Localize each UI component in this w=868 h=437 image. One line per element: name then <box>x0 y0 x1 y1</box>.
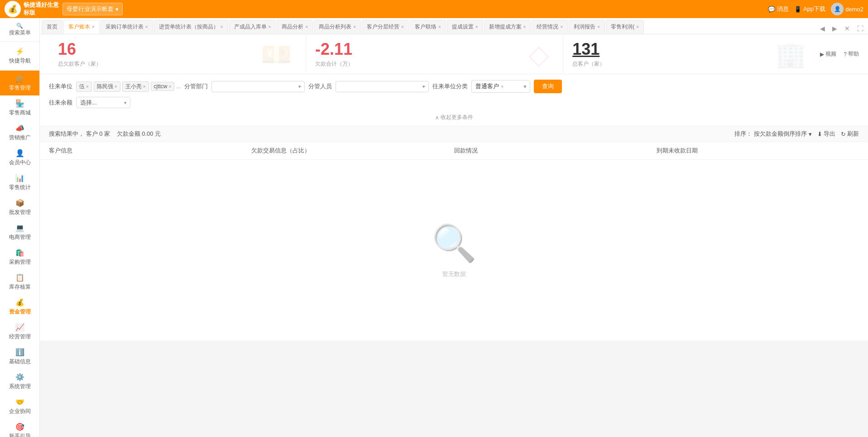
tab-product-analysis-list[interactable]: 商品分析列表 × <box>314 20 361 34</box>
category-chevron-icon: ▾ <box>523 84 526 90</box>
basic-info-icon: ℹ️ <box>15 348 24 356</box>
tab-close-promotion-settings[interactable]: × <box>475 24 478 29</box>
sidebar-item-member-center[interactable]: 👤 会员中心 <box>0 145 39 170</box>
sidebar-item-marketing[interactable]: 📣 营销推广 <box>0 120 39 145</box>
filter-tag-close-wu[interactable]: × <box>86 84 89 89</box>
tab-profit-report[interactable]: 利润报告 × <box>569 20 605 34</box>
tab-product-entry[interactable]: 产成品入库单 × <box>229 20 276 34</box>
staff-more-btn[interactable]: ··· <box>422 83 426 90</box>
tab-close-operations[interactable]: × <box>560 24 563 29</box>
empty-text: 暂无数据 <box>442 270 466 278</box>
app-download-btn[interactable]: 📱 App下载 <box>794 5 825 13</box>
stats-bar-right: ▶ 视频 ? 帮助 <box>820 50 859 58</box>
chevron-up-icon: ∧ <box>435 114 439 121</box>
sidebar-item-operations-mgmt[interactable]: 📈 经营管理 <box>0 319 39 344</box>
tab-close-product-analysis-list[interactable]: × <box>353 24 356 29</box>
logo-text: 畅捷通好生意 标版 <box>24 1 59 17</box>
filter-unit-category-wrap: 普通客户 × ▾ <box>471 80 530 93</box>
quick-nav-icon: ⚡ <box>15 47 24 56</box>
tab-home[interactable]: 首页 <box>42 20 62 34</box>
filter-dept-input[interactable] <box>211 81 305 92</box>
tab-customer-segment[interactable]: 客户分层经营 × <box>362 20 409 34</box>
tab-customer-accounts[interactable]: 客户账本 × <box>63 20 100 34</box>
tab-customer-contact[interactable]: 客户联络 × <box>410 20 446 34</box>
sidebar-item-retail-mall[interactable]: 🏪 零售商城 <box>0 95 39 120</box>
tab-retail-profit[interactable]: 零售利润( × <box>606 20 644 34</box>
sidebar-item-enterprise-coop[interactable]: 🤝 企业协同 <box>0 394 39 419</box>
sidebar-item-wholesale-mgmt[interactable]: 📦 批发管理 <box>0 195 39 220</box>
tab-close-all-btn[interactable]: ✕ <box>842 23 853 34</box>
query-button[interactable]: 查询 <box>534 80 562 93</box>
video-link[interactable]: ▶ 视频 <box>820 50 836 58</box>
stat-value-total-clients: 131 <box>572 40 599 58</box>
export-btn[interactable]: ⬇ 导出 <box>817 130 835 138</box>
top-bar-left: 💰 畅捷通好生意 标版 母婴行业演示帐套 ▾ <box>5 1 123 17</box>
tab-close-retail-profit[interactable]: × <box>636 24 639 29</box>
tab-close-purchase-order-stats[interactable]: × <box>145 24 148 29</box>
tab-close-product-analysis[interactable]: × <box>305 24 308 29</box>
enterprise-coop-icon: 🤝 <box>15 398 24 406</box>
sidebar-item-retail-stats[interactable]: 📊 零售统计 <box>0 170 39 195</box>
stat-label-total-clients: 总客户（家） <box>572 60 605 68</box>
tab-operations[interactable]: 经营情况 × <box>532 20 568 34</box>
table-header: 客户信息 欠款交易信息（占比） 回款情况 到期未收款日期 <box>40 142 868 160</box>
tab-product-analysis[interactable]: 商品分析 × <box>277 20 313 34</box>
tab-close-profit-report[interactable]: × <box>597 24 600 29</box>
filter-tag-close-wang[interactable]: × <box>143 84 146 89</box>
sidebar-item-system-mgmt[interactable]: ⚙️ 系统管理 <box>0 369 39 394</box>
workspace-selector[interactable]: 母婴行业演示帐套 ▾ <box>62 3 123 15</box>
sidebar-item-new-guide[interactable]: 🎯 新手引导 <box>0 419 39 437</box>
refresh-btn[interactable]: ↻ 刷新 <box>841 130 859 138</box>
help-link[interactable]: ? 帮助 <box>844 50 859 58</box>
tab-bar: 首页 客户账本 × 采购订单统计表 × 进货单统计表（按商品） × 产成品入库单… <box>40 18 868 34</box>
table-col-overdue-date: 到期未收款日期 <box>657 147 859 155</box>
tab-next-btn[interactable]: ▶ <box>830 23 840 34</box>
tab-incoming-stats[interactable]: 进货单统计表（按商品） × <box>154 20 228 34</box>
dept-more-btn[interactable]: ··· <box>297 83 302 90</box>
sidebar-item-quick-nav[interactable]: ⚡ 快捷导航 <box>0 43 39 68</box>
sidebar-item-inventory[interactable]: 📋 库存核算 <box>0 270 39 294</box>
filter-tag-close-cjttcw[interactable]: × <box>169 84 172 89</box>
stat-value-total-debt: -2.11 <box>315 40 352 58</box>
sidebar-item-finance-mgmt[interactable]: 💰 资金管理 <box>0 294 39 319</box>
tab-close-product-entry[interactable]: × <box>269 24 271 29</box>
message-btn[interactable]: 💬 消息 <box>768 5 789 13</box>
sidebar-item-ecommerce[interactable]: 💻 电商管理 <box>0 220 39 245</box>
table-wrap: 客户信息 欠款交易信息（占比） 回款情况 到期未收款日期 🔍 暂无数据 <box>40 142 868 341</box>
tab-close-customer-contact[interactable]: × <box>438 24 441 29</box>
tab-close-new-promotion-plan[interactable]: × <box>523 24 526 29</box>
sidebar-item-basic-info[interactable]: ℹ️ 基础信息 <box>0 344 39 369</box>
app-wrapper: 💰 畅捷通好生意 标版 母婴行业演示帐套 ▾ 💬 消息 📱 App下载 � <box>0 0 868 437</box>
filter-tag-close-category[interactable]: × <box>501 84 504 89</box>
filter-remain-select[interactable]: 选择... <box>76 97 130 108</box>
filter-tag-close-chen[interactable]: × <box>115 84 117 89</box>
content-area: 首页 客户账本 × 采购订单统计表 × 进货单统计表（按商品） × 产成品入库单… <box>40 18 868 437</box>
wholesale-icon: 📦 <box>15 199 24 207</box>
user-avatar-btn[interactable]: 👤 demo2 <box>831 3 863 15</box>
tab-fullscreen-btn[interactable]: ⛶ <box>854 23 866 34</box>
tab-close-customer-accounts[interactable]: × <box>92 24 95 29</box>
filter-staff-input[interactable] <box>336 81 429 92</box>
filter-unit-tags: 伍 × 陈民强 × 王小亮 × <box>76 81 181 92</box>
tab-new-promotion-plan[interactable]: 新增提成方案 × <box>484 20 531 34</box>
filter-remain-select-wrap: 选择... <box>76 97 130 108</box>
filter-unit-category-display[interactable]: 普通客户 × ▾ <box>471 80 530 93</box>
tab-prev-btn[interactable]: ◀ <box>817 23 828 34</box>
filter-unit-label: 往来单位 <box>49 82 72 90</box>
filter-staff-select-wrap: ··· <box>336 81 429 92</box>
tab-close-customer-segment[interactable]: × <box>401 24 404 29</box>
system-icon: ⚙️ <box>15 373 24 381</box>
tab-close-incoming-stats[interactable]: × <box>221 24 223 29</box>
sidebar-search[interactable]: 🔍 搜索菜单 <box>0 18 39 42</box>
sidebar-item-retail-mgmt[interactable]: 🛒 零售管理 <box>0 71 39 95</box>
collapse-btn[interactable]: ∧ 收起更多条件 <box>49 112 859 123</box>
tab-promotion-settings[interactable]: 提成设置 × <box>447 20 483 34</box>
tab-purchase-order-stats[interactable]: 采购订单统计表 × <box>101 20 153 34</box>
empty-icon: 🔍 <box>432 222 477 265</box>
member-icon: 👤 <box>15 149 24 157</box>
download-icon: 📱 <box>794 6 801 13</box>
empty-state: 🔍 暂无数据 <box>432 195 477 305</box>
filter-more-tags-btn[interactable]: ... <box>176 83 181 90</box>
results-sort[interactable]: 排序： 按欠款金额倒序排序 ▾ <box>734 130 812 138</box>
sidebar-item-purchase-mgmt[interactable]: 🛍️ 采购管理 <box>0 245 39 270</box>
